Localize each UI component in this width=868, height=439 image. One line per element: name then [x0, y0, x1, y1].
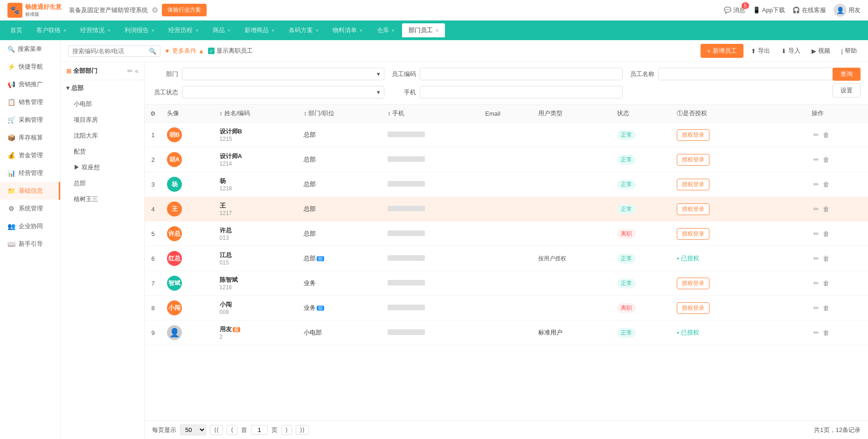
dept-item-xiaodibu[interactable]: 小电部 [61, 96, 144, 112]
export-button[interactable]: ⬆ 导出 [747, 45, 774, 57]
message-item[interactable]: 💬 消息 5 [724, 6, 745, 14]
tab-customer[interactable]: 客户联络× [30, 23, 73, 37]
sidebar-item-basic-info[interactable]: 📁 基础信息 [0, 182, 60, 200]
delete-button[interactable]: 🗑 [821, 155, 831, 164]
auth-login-button[interactable]: 授权登录 [677, 154, 709, 166]
tab-add-goods[interactable]: 新增商品× [238, 23, 281, 37]
auth-login-button[interactable]: 授权登录 [677, 129, 709, 141]
sidebar-item-guide[interactable]: 📖 新手引导 [0, 235, 60, 253]
sidebar-item-operation[interactable]: 📊 经营管理 [0, 164, 60, 182]
tab-profit[interactable]: 利润报告× [118, 23, 161, 37]
dept-item-shenyang[interactable]: 沈阳大库 [61, 128, 144, 144]
close-icon[interactable]: × [271, 28, 274, 33]
tab-goods[interactable]: 商品× [206, 23, 237, 37]
dept-item-zhi[interactable]: 植树王三 [61, 191, 144, 207]
edit-button[interactable]: ✏ [812, 303, 821, 313]
gear-button[interactable]: ⚙ [152, 6, 158, 14]
dept-select[interactable]: ▾ [182, 68, 384, 80]
tab-warehouse[interactable]: 仓库× [370, 23, 401, 37]
edit-button[interactable]: ✏ [812, 229, 821, 238]
tab-bom[interactable]: 物料清单× [326, 23, 369, 37]
last-page-button[interactable]: ⟩⟩ [296, 425, 309, 435]
search-input[interactable] [72, 48, 147, 55]
empcode-input[interactable] [420, 68, 622, 80]
more-filter-button[interactable]: ▼ 更多条件 ▲ [164, 47, 204, 55]
close-icon[interactable]: × [63, 28, 66, 33]
tab-business[interactable]: 经营情况× [74, 23, 117, 37]
next-page-button[interactable]: ⟩ [281, 425, 292, 435]
prev-page-button[interactable]: ⟨ [227, 425, 237, 435]
close-icon[interactable]: × [107, 28, 110, 33]
delete-button[interactable]: 🗑 [821, 229, 831, 238]
edit-button[interactable]: ✏ [812, 130, 821, 139]
view-button[interactable]: ▶ 视频 [808, 45, 834, 57]
help-button[interactable]: | 帮助 [838, 45, 861, 57]
dept-item-main[interactable]: ▾ 总部 [61, 80, 144, 96]
add-employee-button[interactable]: + 新增员工 [701, 44, 743, 58]
sidebar-item-sales[interactable]: 📋 销售管理 [0, 93, 60, 111]
per-page-select[interactable]: 50 100 [180, 425, 206, 435]
dept-item-peihuo[interactable]: 配货 [61, 144, 144, 160]
close-icon[interactable]: × [436, 28, 438, 33]
close-icon[interactable]: × [195, 28, 198, 33]
tab-barcode[interactable]: 条码方案× [282, 23, 325, 37]
user-item[interactable]: 👤 用友 [833, 4, 861, 17]
resigned-checkbox[interactable]: ✓ [208, 48, 215, 54]
delete-button[interactable]: 🗑 [821, 254, 831, 263]
sidebar-item-quick-nav[interactable]: ⚡ 快捷导航 [0, 58, 60, 76]
sidebar-item-marketing[interactable]: 📢 营销推广 [0, 76, 60, 93]
close-icon[interactable]: × [316, 28, 319, 33]
sidebar-item-purchase[interactable]: 🛒 采购管理 [0, 111, 60, 129]
page-input[interactable] [251, 425, 268, 435]
close-icon[interactable]: × [228, 28, 230, 33]
tab-dept-employee[interactable]: 部门员工× [402, 23, 445, 37]
sidebar-item-finance[interactable]: 💰 资金管理 [0, 146, 60, 164]
edit-button[interactable]: ✏ [812, 328, 821, 337]
import-button[interactable]: ⬇ 导入 [778, 45, 804, 57]
dept-item-shuangzuo[interactable]: ▶ 双座想 [61, 160, 144, 175]
delete-button[interactable]: 🗑 [821, 279, 831, 288]
edit-button[interactable]: ✏ [812, 204, 821, 214]
delete-button[interactable]: 🗑 [821, 180, 831, 189]
col-phone[interactable]: ↕ 手机 [382, 105, 479, 123]
col-name[interactable]: ↕ 姓名/编码 [214, 105, 298, 123]
delete-button[interactable]: 🗑 [821, 204, 831, 214]
tab-home[interactable]: 首页 [4, 23, 29, 37]
delete-button[interactable]: 🗑 [821, 303, 831, 313]
tab-history[interactable]: 经营历程× [162, 23, 205, 37]
first-page-button[interactable]: ⟨⟨ [210, 425, 223, 435]
col-dept[interactable]: ↕ 部门/职位 [298, 105, 382, 123]
delete-button[interactable]: 🗑 [821, 328, 831, 337]
edit-button[interactable]: ✏ [812, 155, 821, 164]
auth-login-button[interactable]: 授权登录 [677, 228, 709, 240]
edit-button[interactable]: ✏ [812, 254, 821, 263]
close-icon[interactable]: × [392, 28, 395, 33]
app-download-item[interactable]: 📱 App下载 [753, 6, 785, 14]
empname-input[interactable] [658, 68, 861, 80]
close-icon[interactable]: × [152, 28, 154, 33]
dept-item-project[interactable]: 项目库房 [61, 112, 144, 128]
query-button[interactable]: 查询 [833, 68, 861, 81]
auth-login-button[interactable]: 授权登录 [677, 278, 709, 289]
close-icon[interactable]: × [360, 28, 362, 33]
edit-button[interactable]: ✏ [812, 279, 821, 288]
online-service-item[interactable]: 🎧 在线客服 [792, 6, 826, 14]
auth-login-button[interactable]: 授权登录 [677, 302, 709, 314]
trial-button[interactable]: 体验行业方案 [162, 4, 207, 16]
sidebar-item-search[interactable]: 🔍 搜索菜单 [0, 40, 60, 58]
reset-button[interactable]: 设置 [833, 84, 861, 98]
dept-edit-button[interactable]: ✏ [127, 67, 133, 75]
col-settings[interactable]: ⚙ [145, 105, 161, 123]
delete-button[interactable]: 🗑 [821, 130, 831, 139]
sidebar-item-system[interactable]: ⚙ 系统管理 [0, 200, 60, 217]
dept-item-zongbu[interactable]: 总部 [61, 175, 144, 191]
sidebar-item-inventory[interactable]: 📦 库存核算 [0, 129, 60, 146]
auth-login-button[interactable]: 授权登录 [677, 179, 709, 190]
dept-collapse-button[interactable]: « [135, 67, 139, 75]
auth-login-button[interactable]: 授权登录 [677, 203, 709, 215]
search-btn-icon[interactable]: 🔍 [149, 48, 156, 55]
status-select[interactable]: ▾ [182, 86, 384, 98]
edit-button[interactable]: ✏ [812, 180, 821, 189]
sidebar-item-collab[interactable]: 👥 企业协同 [0, 217, 60, 235]
phone-input[interactable] [420, 86, 622, 98]
